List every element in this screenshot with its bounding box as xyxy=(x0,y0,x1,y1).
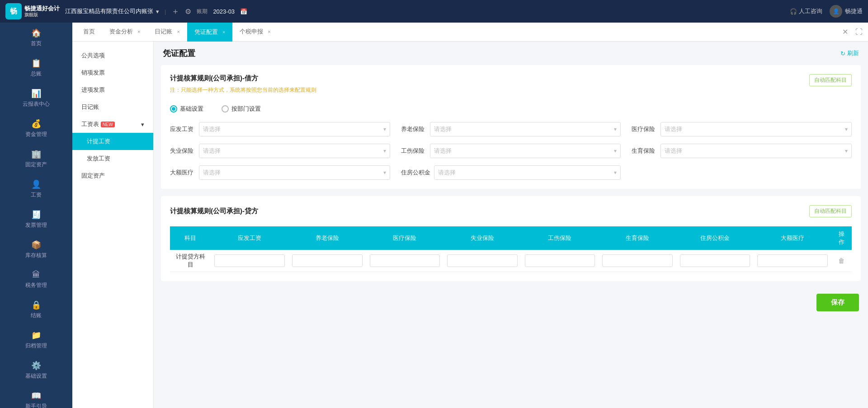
company-selector[interactable]: 江西服宝精品有限责任公司内账张 ▾ xyxy=(65,7,159,15)
sidebar-item-close[interactable]: 🔒 结账 xyxy=(0,295,72,325)
fund-icon: 💰 xyxy=(31,119,41,129)
tab-bar: 首页 资金分析 × 日记账 × 凭证配置 × 个税申报 × ✕ ⛶ xyxy=(72,23,868,42)
select-gsbx[interactable]: 请选择 ▾ xyxy=(430,144,621,158)
select-sybx2[interactable]: 请选择 ▾ xyxy=(660,144,852,158)
tab-close-tax[interactable]: × xyxy=(268,29,270,34)
nav-item-purchase-invoice[interactable]: 进项发票 xyxy=(72,81,153,98)
input-ylbx2[interactable] xyxy=(370,254,440,267)
settings-icon[interactable]: ⚙ xyxy=(185,7,191,16)
input-ylbx[interactable] xyxy=(292,254,363,267)
app-logo: 畅 xyxy=(5,3,22,19)
field-zfgjj: 住房公积金 请选择 ▾ xyxy=(401,165,621,180)
input-sybx2[interactable] xyxy=(602,254,673,267)
delete-row-icon[interactable]: 🗑 xyxy=(838,257,844,264)
td-ylbx2[interactable] xyxy=(366,250,444,272)
sidebar-item-guide[interactable]: 📖 新手引导 xyxy=(0,385,72,408)
select-yfgz[interactable]: 请选择 ▾ xyxy=(199,122,390,136)
sidebar-item-archive[interactable]: 📁 归档管理 xyxy=(0,325,72,355)
tab-close-fund[interactable]: × xyxy=(137,29,140,34)
table-row: 计提贷方科目 🗑 xyxy=(170,250,852,272)
tab-close-button[interactable]: ✕ xyxy=(840,26,850,38)
input-yfgz[interactable] xyxy=(214,254,285,267)
main-panel: 凭证配置 ↻ 刷新 计提核算规则(公司承担)-借方 注：只能选择一种方式，系统将… xyxy=(154,42,868,408)
sidebar-item-fund[interactable]: 💰 资金管理 xyxy=(0,113,72,144)
chevron-down-icon: ▾ xyxy=(156,8,159,15)
sidebar-item-inventory[interactable]: 📦 库存核算 xyxy=(0,234,72,265)
section1-note: 注：只能选择一种方式，系统将按照您当前的选择来配置规则 xyxy=(170,86,316,94)
section-credit-rules: 计提核算规则(公司承担)-贷方 自动匹配科目 科目 应发工资 养老保险 医疗保险… xyxy=(161,196,861,281)
nav-item-journal[interactable]: 日记账 xyxy=(72,98,153,116)
tab-fund[interactable]: 资金分析 × xyxy=(102,23,147,42)
input-dayl[interactable] xyxy=(757,254,828,267)
assets-icon: 🏢 xyxy=(31,149,41,159)
calendar-icon[interactable]: 📅 xyxy=(240,8,247,15)
sidebar-item-settings[interactable]: ⚙️ 基础设置 xyxy=(0,355,72,385)
save-bar: 保存 xyxy=(154,288,868,317)
chevron-sybx2: ▾ xyxy=(845,148,848,154)
add-account-button[interactable]: ＋ xyxy=(171,6,179,17)
select-ylbx[interactable]: 请选择 ▾ xyxy=(430,122,621,136)
radio-basic[interactable]: 基础设置 xyxy=(170,105,203,113)
select-zfgjj[interactable]: 请选择 ▾ xyxy=(434,165,621,180)
chevron-sybx: ▾ xyxy=(383,148,386,154)
nav-item-salary-table[interactable]: 工资表 NEW ▾ xyxy=(72,116,153,133)
select-ylbx2[interactable]: 请选择 ▾ xyxy=(660,122,852,136)
nav-item-public[interactable]: 公共选项 xyxy=(72,47,153,64)
td-sybx[interactable] xyxy=(443,250,521,272)
td-delete[interactable]: 🗑 xyxy=(831,250,852,272)
chevron-down-icon: ▾ xyxy=(141,121,144,128)
consult-button[interactable]: 🎧 人工咨询 xyxy=(790,7,822,15)
td-yfgz[interactable] xyxy=(211,250,288,272)
tab-tax[interactable]: 个税申报 × xyxy=(232,23,278,42)
td-zfgjj[interactable] xyxy=(676,250,754,272)
sidebar-item-tax[interactable]: 🏛 税务管理 xyxy=(0,265,72,295)
tab-close-voucher[interactable]: × xyxy=(222,29,225,35)
td-gsbx[interactable] xyxy=(521,250,599,272)
tab-close-journal[interactable]: × xyxy=(177,29,179,34)
sidebar-item-home[interactable]: 🏠 首页 xyxy=(0,23,72,53)
credit-rules-table: 科目 应发工资 养老保险 医疗保险 失业保险 工伤保险 生育保险 住房公积金 大… xyxy=(170,226,852,272)
select-sybx[interactable]: 请选择 ▾ xyxy=(199,144,390,158)
content-area: 首页 资金分析 × 日记账 × 凭证配置 × 个税申报 × ✕ ⛶ xyxy=(72,23,868,408)
field-placeholder xyxy=(632,165,852,180)
sidebar-item-ledger[interactable]: 📋 总账 xyxy=(0,53,72,83)
sidebar-item-reports[interactable]: 📊 云报表中心 xyxy=(0,83,72,113)
chevron-ylbx2: ▾ xyxy=(845,126,848,132)
td-sybx2[interactable] xyxy=(599,250,676,272)
avatar: 👤 xyxy=(830,5,842,18)
td-dayl[interactable] xyxy=(754,250,831,272)
refresh-button[interactable]: ↻ 刷新 xyxy=(840,49,859,57)
tab-journal[interactable]: 日记账 × xyxy=(147,23,187,42)
nav-item-sales-invoice[interactable]: 销项发票 xyxy=(72,64,153,81)
th-sybx2: 生育保险 xyxy=(599,226,676,250)
sidebar-item-assets[interactable]: 🏢 固定资产 xyxy=(0,144,72,174)
input-sybx[interactable] xyxy=(447,254,518,267)
td-ylbx[interactable] xyxy=(288,250,366,272)
salary-icon: 👤 xyxy=(31,179,41,189)
select-dayl[interactable]: 请选择 ▾ xyxy=(199,165,390,180)
nav-item-salary-calc[interactable]: 计提工资 xyxy=(72,133,153,150)
field-gsbx: 工伤保险 请选择 ▾ xyxy=(401,144,621,158)
tab-voucher[interactable]: 凭证配置 × xyxy=(187,23,232,42)
chevron-dayl: ▾ xyxy=(383,169,386,176)
tab-expand-button[interactable]: ⛶ xyxy=(854,26,864,38)
auto-match-credit-button[interactable]: 自动匹配科目 xyxy=(809,205,852,217)
sidebar-item-salary[interactable]: 👤 工资 xyxy=(0,174,72,204)
save-button[interactable]: 保存 xyxy=(816,294,859,311)
sidebar-item-invoice[interactable]: 🧾 发票管理 xyxy=(0,204,72,234)
basic-settings-icon: ⚙️ xyxy=(31,361,41,370)
th-ylbx2: 医疗保险 xyxy=(366,226,444,250)
radio-dept[interactable]: 按部门设置 xyxy=(222,105,261,113)
inventory-icon: 📦 xyxy=(31,240,41,250)
nav-item-fixed-assets[interactable]: 固定资产 xyxy=(72,167,153,184)
input-zfgjj[interactable] xyxy=(680,254,750,267)
auto-match-debit-button[interactable]: 自动匹配科目 xyxy=(809,74,852,86)
user-area[interactable]: 👤 畅捷通 xyxy=(830,5,863,18)
top-bar: 畅 畅捷通好会计 旗舰版 江西服宝精品有限责任公司内账张 ▾ | ＋ ⚙ 账期 … xyxy=(0,0,868,23)
left-nav: 公共选项 销项发票 进项发票 日记账 工资表 NEW ▾ 计提工资 xyxy=(72,42,154,408)
th-subject: 科目 xyxy=(170,226,211,250)
input-gsbx[interactable] xyxy=(525,254,595,267)
nav-item-salary-pay[interactable]: 发放工资 xyxy=(72,150,153,167)
tab-home[interactable]: 首页 xyxy=(76,23,102,42)
section1-title: 计提核算规则(公司承担)-借方 xyxy=(170,74,316,83)
